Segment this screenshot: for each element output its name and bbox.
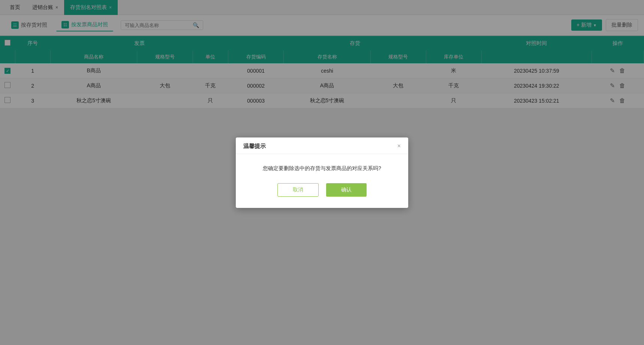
dialog-header: 温馨提示 × bbox=[236, 137, 408, 154]
dialog-footer: 取消 确认 bbox=[236, 179, 408, 208]
dialog-title: 温馨提示 bbox=[243, 143, 266, 150]
confirm-dialog: 温馨提示 × 您确定要删除选中的存货与发票商品的对应关系吗? 取消 确认 bbox=[236, 137, 408, 208]
dialog-close-button[interactable]: × bbox=[397, 143, 401, 149]
dialog-cancel-button[interactable]: 取消 bbox=[277, 183, 319, 197]
dialog-message: 您确定要删除选中的存货与发票商品的对应关系吗? bbox=[263, 165, 381, 171]
dialog-overlay: 温馨提示 × 您确定要删除选中的存货与发票商品的对应关系吗? 取消 确认 bbox=[0, 0, 644, 345]
dialog-body: 您确定要删除选中的存货与发票商品的对应关系吗? bbox=[236, 154, 408, 179]
dialog-confirm-button[interactable]: 确认 bbox=[326, 183, 367, 197]
